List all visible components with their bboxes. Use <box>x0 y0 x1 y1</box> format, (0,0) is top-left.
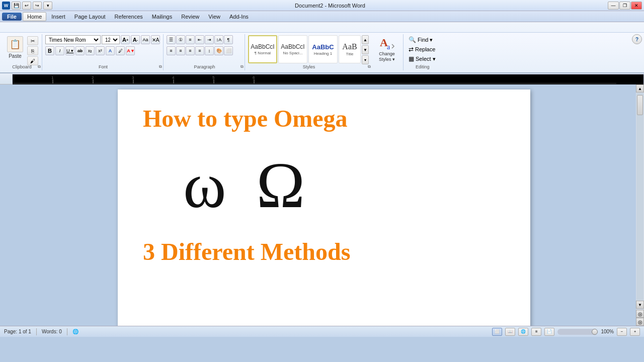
strikethrough-button[interactable]: ab <box>75 46 85 55</box>
font-size-select[interactable]: 12 <box>102 35 120 44</box>
status-sep-1 <box>36 328 37 335</box>
styles-scroll-arrows: ▲ ▼ ▾ <box>362 35 369 64</box>
paragraph-expand-icon[interactable]: ⧉ <box>240 64 244 69</box>
style-title-sample: AaB <box>342 42 357 51</box>
font-expand-icon[interactable]: ⧉ <box>159 64 162 69</box>
titlebar-left: W 💾 ↩ ↪ ▾ <box>2 2 52 10</box>
save-quick-btn[interactable]: 💾 <box>12 2 21 10</box>
font-shrink-btn[interactable]: A- <box>131 35 140 44</box>
styles-more-arrow[interactable]: ▾ <box>362 55 369 64</box>
page-indicator: Page: 1 of 1 <box>4 329 31 334</box>
doc-container: How to type Omega ω Ω 3 Different Method… <box>12 84 636 326</box>
select-icon: ▦ <box>409 55 414 62</box>
style-no-spacing[interactable]: AaBbCcI No Spaci... <box>278 35 307 63</box>
menu-review[interactable]: Review <box>177 13 203 21</box>
increase-indent-btn[interactable]: ⇥ <box>205 35 214 44</box>
style-normal[interactable]: AaBbCcI ¶ Normal <box>248 35 277 63</box>
select-label: Select ▾ <box>416 56 436 62</box>
draft-btn[interactable]: 📄 <box>544 328 554 336</box>
outline-btn[interactable]: ≡ <box>531 328 541 336</box>
menu-view[interactable]: View <box>204 13 224 21</box>
styles-down-arrow[interactable]: ▼ <box>362 45 369 54</box>
clipboard-group: 📋 Paste ✂ ⎘ 🖌 Clipboard ⧉ <box>2 34 42 70</box>
print-layout-btn[interactable]: ⬜ <box>492 328 502 336</box>
svg-rect-2 <box>13 74 643 84</box>
clear-format-btn[interactable]: ✕A <box>151 35 160 44</box>
align-right-btn[interactable]: ≡ <box>186 46 195 55</box>
ruler-content: 1 2 3 4 5 6 <box>12 74 644 84</box>
clipboard-label: Clipboard <box>2 64 42 69</box>
justify-btn[interactable]: ≡ <box>195 46 204 55</box>
replace-button[interactable]: ⇄ Replace <box>407 45 437 54</box>
restore-btn[interactable]: ❐ <box>619 2 630 10</box>
undo-btn[interactable]: ↩ <box>22 2 31 10</box>
menu-file[interactable]: File <box>2 13 22 21</box>
menubar: File Home Insert Page Layout References … <box>0 11 644 22</box>
copy-button[interactable]: ⎘ <box>27 46 38 55</box>
bold-button[interactable]: B <box>45 46 54 55</box>
change-case-btn[interactable]: Aa <box>141 35 150 44</box>
numbering-btn[interactable]: ① <box>176 35 185 44</box>
svg-text:a: a <box>387 43 390 51</box>
styles-up-arrow[interactable]: ▲ <box>362 35 369 44</box>
decrease-indent-btn[interactable]: ⇤ <box>195 35 204 44</box>
quick-access-dropdown[interactable]: ▾ <box>43 2 52 10</box>
text-highlight-btn[interactable]: 🖊 <box>116 46 125 55</box>
svg-text:6: 6 <box>253 75 255 80</box>
line-spacing-btn[interactable]: ↕ <box>205 46 214 55</box>
scroll-track[interactable] <box>636 93 643 300</box>
redo-btn[interactable]: ↪ <box>33 2 42 10</box>
status-sep-2 <box>67 328 67 335</box>
align-left-btn[interactable]: ≡ <box>167 46 176 55</box>
menu-references[interactable]: References <box>111 13 147 21</box>
shading-btn[interactable]: 🎨 <box>214 46 223 55</box>
align-center-btn[interactable]: ≡ <box>176 46 185 55</box>
select-button[interactable]: ▦ Select ▾ <box>407 54 438 63</box>
styles-expand-icon[interactable]: ⧉ <box>368 64 371 69</box>
scroll-page-down-btn[interactable]: ◎ <box>636 318 644 326</box>
menu-page-layout[interactable]: Page Layout <box>70 13 110 21</box>
clipboard-expand-icon[interactable]: ⧉ <box>38 64 41 69</box>
menu-addins[interactable]: Add-Ins <box>225 13 253 21</box>
font-color-btn[interactable]: A ▾ <box>126 46 135 55</box>
omega-container: ω Ω <box>183 152 505 218</box>
multilevel-btn[interactable]: ≡ <box>186 35 195 44</box>
scroll-page-up-btn[interactable]: ◎ <box>636 310 644 318</box>
web-layout-btn[interactable]: 🌐 <box>518 328 528 336</box>
paste-button[interactable]: 📋 Paste <box>4 35 26 60</box>
zoom-thumb[interactable] <box>592 329 598 335</box>
minimize-btn[interactable]: — <box>608 2 619 10</box>
text-effect-btn[interactable]: A <box>106 46 115 55</box>
zoom-in-btn[interactable]: + <box>630 328 640 336</box>
paragraph-group: ☰ ① ≡ ⇤ ⇥ ↕A ¶ ≡ ≡ ≡ ≡ ↕ 🎨 ⬜ <box>165 34 245 70</box>
change-styles-button[interactable]: A a ChangeStyles ▾ <box>375 34 399 63</box>
find-button[interactable]: 🔍 Find ▾ <box>407 35 435 44</box>
zoom-slider[interactable] <box>557 329 598 335</box>
style-title[interactable]: AaB Title <box>339 35 361 63</box>
scroll-down-btn[interactable]: ▼ <box>636 301 644 309</box>
style-heading1[interactable]: AaBbC Heading 1 <box>308 35 338 63</box>
show-hide-btn[interactable]: ¶ <box>224 35 233 44</box>
bullets-btn[interactable]: ☰ <box>167 35 176 44</box>
superscript-button[interactable]: x² <box>96 46 105 55</box>
cut-button[interactable]: ✂ <box>27 36 38 45</box>
zoom-out-btn[interactable]: − <box>617 328 627 336</box>
font-grow-btn[interactable]: A+ <box>121 35 130 44</box>
font-name-select[interactable]: Times New Rom <box>45 35 101 44</box>
close-btn[interactable]: ✕ <box>631 2 642 10</box>
full-reading-btn[interactable]: 📖 <box>505 328 515 336</box>
borders-btn[interactable]: ⬜ <box>224 46 233 55</box>
menu-mailings[interactable]: Mailings <box>148 13 176 21</box>
svg-text:4: 4 <box>172 75 175 80</box>
document-page[interactable]: How to type Omega ω Ω 3 Different Method… <box>118 89 530 326</box>
italic-button[interactable]: I <box>55 46 64 55</box>
sort-btn[interactable]: ↕A <box>214 35 223 44</box>
underline-button[interactable]: U ▾ <box>65 46 74 55</box>
scroll-thumb[interactable] <box>637 95 643 115</box>
menu-insert[interactable]: Insert <box>47 13 69 21</box>
doc-area: How to type Omega ω Ω 3 Different Method… <box>0 84 644 326</box>
help-button[interactable]: ? <box>632 34 642 44</box>
scroll-up-btn[interactable]: ▲ <box>636 84 644 93</box>
subscript-button[interactable]: x₂ <box>86 46 95 55</box>
menu-home[interactable]: Home <box>23 12 46 21</box>
